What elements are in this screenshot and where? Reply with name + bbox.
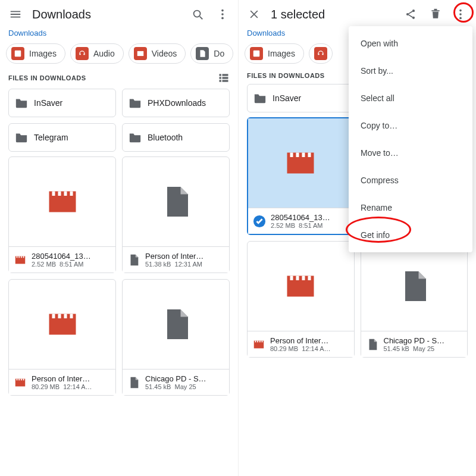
appbar: Downloads bbox=[0, 0, 238, 29]
section-title: FILES IN DOWNLOADS bbox=[247, 72, 325, 79]
file-name: Person of Inter… bbox=[270, 336, 331, 345]
document-icon bbox=[127, 253, 140, 267]
menu-move-to[interactable]: Move to… bbox=[349, 139, 472, 167]
menu-icon bbox=[9, 8, 22, 21]
chip-videos[interactable]: Videos bbox=[129, 43, 186, 64]
folder-icon bbox=[129, 96, 142, 109]
appbar-title: Downloads bbox=[32, 8, 184, 21]
more-icon bbox=[454, 8, 467, 21]
file-grid: 280541064_13… 2.52 MB 8:51 AM Person of … bbox=[0, 156, 238, 396]
pane-left: Downloads Downloads Images Audio Videos … bbox=[0, 0, 238, 476]
menu-sort-by[interactable]: Sort by... bbox=[349, 57, 472, 84]
file-preview bbox=[361, 242, 468, 331]
menu-copy-to[interactable]: Copy to… bbox=[349, 112, 472, 139]
document-icon bbox=[366, 338, 379, 351]
file-name: Chicago PD - S… bbox=[145, 374, 206, 383]
file-name: Person of Inter… bbox=[32, 374, 92, 383]
delete-button[interactable] bbox=[424, 2, 447, 26]
menu-rename[interactable]: Rename bbox=[349, 194, 472, 221]
breadcrumb[interactable]: Downloads bbox=[0, 29, 238, 40]
folder-item[interactable]: PHXDownloads bbox=[122, 89, 230, 117]
search-button[interactable] bbox=[186, 2, 209, 26]
video-icon bbox=[14, 376, 27, 389]
section-header: FILES IN DOWNLOADS bbox=[0, 70, 238, 89]
file-tile[interactable]: Chicago PD - S… 51.45 kB May 25 bbox=[361, 241, 468, 358]
section-title: FILES IN DOWNLOADS bbox=[8, 74, 86, 82]
folder-item[interactable]: Bluetooth bbox=[122, 123, 230, 152]
image-icon bbox=[252, 49, 261, 58]
chip-label: Images bbox=[29, 49, 57, 58]
video-icon bbox=[283, 145, 318, 181]
file-name: Person of Inter… bbox=[145, 252, 203, 261]
view-toggle-button[interactable] bbox=[218, 72, 230, 84]
share-icon bbox=[405, 8, 416, 20]
video-icon bbox=[45, 184, 80, 220]
folder-label: InSaver bbox=[273, 93, 301, 103]
file-tile[interactable]: Chicago PD - S… 51.45 kB May 25 bbox=[122, 279, 230, 396]
chip-images[interactable]: Images bbox=[6, 43, 65, 64]
chip-audio[interactable]: Audio bbox=[70, 43, 124, 64]
pane-right: 1 selected Downloads Images FILES IN DOW… bbox=[238, 0, 476, 476]
file-preview bbox=[9, 157, 115, 246]
folder-label: Telegram bbox=[34, 133, 68, 142]
folder-item[interactable]: InSaver bbox=[8, 89, 116, 117]
selection-title: 1 selected bbox=[271, 8, 397, 21]
menu-get-info[interactable]: Get info bbox=[349, 221, 472, 249]
document-icon bbox=[127, 376, 140, 389]
folder-label: Bluetooth bbox=[148, 133, 183, 142]
folder-icon bbox=[15, 96, 28, 109]
menu-select-all[interactable]: Select all bbox=[349, 84, 472, 112]
file-tile-selected[interactable]: 280541064_13… 2.52 MB 8:51 AM bbox=[247, 117, 355, 235]
chip-documents[interactable]: Do bbox=[190, 43, 233, 64]
file-preview bbox=[123, 157, 229, 246]
file-name: 280541064_13… bbox=[271, 213, 330, 222]
appbar-selection: 1 selected bbox=[239, 0, 476, 29]
chip-label: Do bbox=[214, 49, 224, 58]
chip-label: Images bbox=[268, 49, 295, 58]
audio-icon bbox=[317, 49, 325, 58]
filter-chips: Images Audio Videos Do bbox=[0, 40, 238, 70]
folder-label: PHXDownloads bbox=[148, 98, 206, 108]
menu-button[interactable] bbox=[4, 2, 27, 26]
list-view-icon bbox=[218, 72, 230, 84]
chip-images[interactable]: Images bbox=[245, 43, 304, 64]
close-icon bbox=[248, 8, 260, 20]
file-tile[interactable]: Person of Inter… 80.29 MB 12:14 A… bbox=[247, 241, 355, 358]
file-preview bbox=[9, 280, 115, 369]
video-icon bbox=[283, 268, 318, 304]
folder-label: InSaver bbox=[34, 98, 62, 108]
context-menu: Open with Sort by... Select all Copy to…… bbox=[349, 26, 472, 252]
file-tile[interactable]: Person of Inter… 51.38 kB 12:31 AM bbox=[122, 156, 230, 273]
folder-icon bbox=[15, 131, 28, 144]
file-tile[interactable]: 280541064_13… 2.52 MB 8:51 AM bbox=[8, 156, 116, 273]
more-icon bbox=[216, 8, 229, 21]
folder-list: InSaver PHXDownloads Telegram Bluetooth bbox=[0, 89, 238, 156]
document-icon bbox=[198, 49, 206, 58]
file-name: Chicago PD - S… bbox=[384, 336, 445, 345]
audio-icon bbox=[78, 49, 86, 58]
image-icon bbox=[14, 49, 22, 58]
share-button[interactable] bbox=[399, 2, 422, 26]
video-icon bbox=[136, 49, 145, 58]
trash-icon bbox=[430, 8, 441, 20]
file-name: 280541064_13… bbox=[32, 252, 91, 261]
check-icon bbox=[253, 215, 266, 228]
more-button[interactable] bbox=[211, 2, 234, 26]
folder-item[interactable]: InSaver bbox=[247, 84, 355, 112]
document-icon bbox=[158, 306, 194, 342]
folder-item[interactable]: Telegram bbox=[8, 123, 116, 152]
file-tile[interactable]: Person of Inter… 80.29 MB 12:14 A… bbox=[8, 279, 116, 396]
document-icon bbox=[396, 268, 432, 304]
close-selection-button[interactable] bbox=[242, 2, 266, 26]
menu-open-with[interactable]: Open with bbox=[349, 30, 472, 57]
chip-label: Audio bbox=[93, 49, 115, 58]
more-button[interactable] bbox=[449, 2, 472, 26]
chip-label: Videos bbox=[152, 49, 177, 58]
file-preview bbox=[248, 118, 353, 208]
menu-compress[interactable]: Compress bbox=[349, 167, 472, 194]
video-icon bbox=[252, 338, 265, 351]
chip-audio[interactable] bbox=[309, 43, 333, 64]
document-icon bbox=[158, 184, 194, 220]
file-preview bbox=[123, 280, 229, 369]
search-icon bbox=[191, 8, 204, 21]
